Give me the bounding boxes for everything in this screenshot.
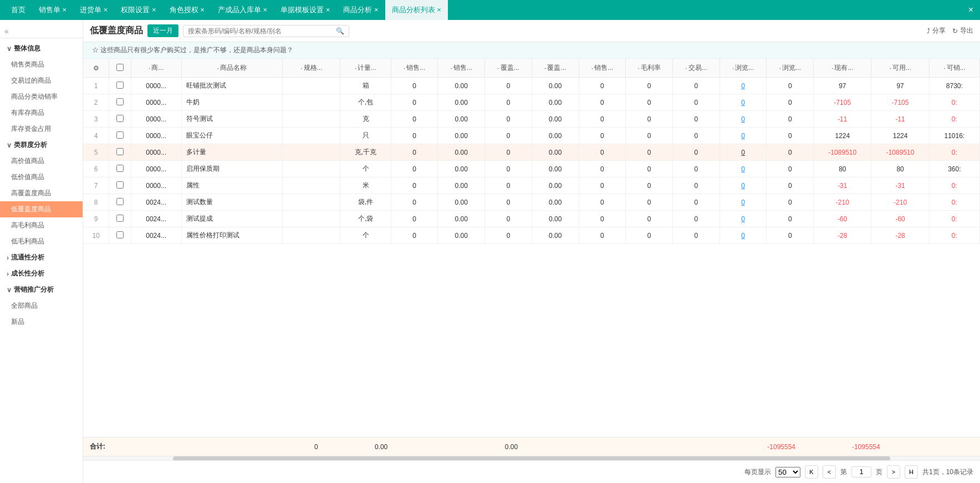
sidebar-section-overall[interactable]: ∨ 整体信息: [0, 40, 83, 57]
main-layout: « ∨ 整体信息 销售类商品 交易过的商品 商品分类动销率 有库存商品 库存资金…: [0, 20, 980, 483]
row-browse1[interactable]: 0: [719, 94, 767, 111]
sidebar-section-liquidity[interactable]: › 流通性分析: [0, 250, 83, 266]
col-browse1[interactable]: ·浏览...: [719, 59, 767, 78]
select-all-checkbox[interactable]: [116, 64, 124, 71]
row-checkbox[interactable]: [109, 111, 131, 128]
col-settings[interactable]: ⚙: [83, 59, 109, 78]
row-browse1[interactable]: 0: [719, 227, 767, 244]
sidebar-item-low-margin[interactable]: 低毛利商品: [0, 233, 83, 250]
sidebar-item-all-goods[interactable]: 全部商品: [0, 298, 83, 314]
top-navigation: 首页 销售单 × 进货单 × 权限设置 × 角色授权 × 产成品入库单 × 单据…: [0, 0, 980, 20]
row-browse1[interactable]: 0: [719, 177, 767, 194]
col-current-stock[interactable]: ·现有...: [814, 59, 871, 78]
col-sales3[interactable]: ·销售...: [579, 59, 626, 78]
row-unit: 个: [340, 227, 391, 244]
col-spec[interactable]: ·规格...: [283, 59, 340, 78]
row-checkbox[interactable]: [109, 144, 131, 161]
row-cov2: 0.00: [532, 128, 579, 144]
col-code[interactable]: ·商...: [131, 59, 181, 78]
col-sales-amt[interactable]: ·销售...: [438, 59, 485, 78]
row-sales-amt: 0.00: [438, 211, 485, 227]
nav-roles[interactable]: 角色授权 ×: [163, 0, 211, 20]
nav-sales[interactable]: 销售单 ×: [32, 0, 73, 20]
share-button[interactable]: ⤴ 分享: [927, 26, 946, 35]
row-checkbox[interactable]: [109, 161, 131, 177]
row-trade: 0: [673, 194, 720, 211]
data-table-container[interactable]: ⚙ ·商... ·商品名称 ·规格...: [83, 59, 980, 437]
sidebar-item-in-stock[interactable]: 有库存商品: [0, 105, 83, 121]
nav-template-settings[interactable]: 单据模板设置 ×: [274, 0, 336, 20]
nav-purchase[interactable]: 进货单 ×: [73, 0, 114, 20]
section-arrow-overall: ∨: [7, 45, 12, 53]
sidebar-item-low-value[interactable]: 低价值商品: [0, 169, 83, 185]
row-cov2: 0.00: [532, 211, 579, 227]
time-filter-button[interactable]: 近一月: [147, 24, 178, 37]
row-sales-qty: 0: [391, 94, 438, 111]
row-browse1[interactable]: 0: [719, 161, 767, 177]
nav-permissions[interactable]: 权限设置 ×: [114, 0, 162, 20]
close-button[interactable]: ×: [968, 5, 973, 15]
row-browse1[interactable]: 0: [719, 211, 767, 227]
prev-page-button[interactable]: <: [823, 465, 836, 479]
sidebar-item-sales-goods[interactable]: 销售类商品: [0, 57, 83, 73]
col-available-stock[interactable]: ·可用...: [871, 59, 929, 78]
export-button[interactable]: ↻ 导出: [952, 26, 973, 35]
sidebar-item-category-rate[interactable]: 商品分类动销率: [0, 89, 83, 105]
sidebar-item-low-coverage[interactable]: 低覆盖度商品: [0, 201, 83, 217]
sidebar-item-high-coverage[interactable]: 高覆盖度商品: [0, 185, 83, 201]
sidebar-item-new-goods[interactable]: 新品: [0, 314, 83, 330]
row-browse1[interactable]: 0: [719, 78, 767, 94]
search-icon[interactable]: 🔍: [336, 27, 344, 35]
row-checkbox[interactable]: [109, 177, 131, 194]
row-browse1[interactable]: 0: [719, 111, 767, 128]
col-checkbox-all[interactable]: [109, 59, 131, 78]
sidebar-collapse-btn[interactable]: «: [4, 27, 9, 35]
next-page-button[interactable]: >: [887, 465, 900, 479]
row-checkbox[interactable]: [109, 194, 131, 211]
row-checkbox[interactable]: [109, 94, 131, 111]
row-checkbox[interactable]: [109, 128, 131, 144]
sidebar-section-cluster[interactable]: ∨ 类群度分析: [0, 137, 83, 153]
col-sales-qty[interactable]: ·销售...: [391, 59, 438, 78]
sidebar-section-growth[interactable]: › 成长性分析: [0, 266, 83, 282]
sidebar-item-high-value[interactable]: 高价值商品: [0, 153, 83, 169]
row-cov1: 0: [485, 211, 532, 227]
row-browse1[interactable]: 0: [719, 194, 767, 211]
col-unit[interactable]: ·计量...: [340, 59, 391, 78]
current-page-input[interactable]: [851, 466, 871, 477]
row-trade: 0: [673, 161, 720, 177]
row-browse2: 0: [767, 128, 814, 144]
first-page-button[interactable]: K: [805, 465, 818, 479]
row-browse2: 0: [767, 211, 814, 227]
row-checkbox[interactable]: [109, 227, 131, 244]
nav-product-inbound[interactable]: 产成品入库单 ×: [211, 0, 274, 20]
col-sellable[interactable]: ·可销...: [929, 59, 979, 78]
row-trade: 0: [673, 211, 720, 227]
row-code: 0000...: [131, 161, 181, 177]
col-cov2[interactable]: ·覆盖...: [532, 59, 579, 78]
row-browse1[interactable]: 0: [719, 144, 767, 161]
row-browse2: 0: [767, 144, 814, 161]
row-checkbox[interactable]: [109, 78, 131, 94]
search-input[interactable]: [188, 27, 336, 35]
nav-product-analysis-list[interactable]: 商品分析列表 ×: [385, 0, 448, 20]
page-size-select[interactable]: 10 20 50 100: [775, 467, 800, 477]
sidebar-item-high-margin[interactable]: 高毛利商品: [0, 217, 83, 233]
col-browse2[interactable]: ·浏览...: [767, 59, 814, 78]
row-sellable: 360:: [929, 161, 979, 177]
sidebar-section-marketing[interactable]: ∨ 营销推广分析: [0, 282, 83, 298]
table-footer: 合计: 0 0.00 0.00 -1095554 -1095554: [83, 437, 980, 456]
col-name[interactable]: ·商品名称: [181, 59, 282, 78]
col-cov1[interactable]: ·覆盖...: [485, 59, 532, 78]
nav-home[interactable]: 首页: [4, 0, 32, 20]
last-page-button[interactable]: H: [905, 465, 918, 479]
nav-product-analysis[interactable]: 商品分析 ×: [336, 0, 385, 20]
col-gross-rate[interactable]: ·毛利率: [626, 59, 673, 78]
row-checkbox[interactable]: [109, 211, 131, 227]
row-browse1[interactable]: 0: [719, 128, 767, 144]
row-code: 0024...: [131, 194, 181, 211]
col-trade[interactable]: ·交易...: [673, 59, 720, 78]
sidebar-item-stock-capital[interactable]: 库存资金占用: [0, 121, 83, 137]
sidebar-item-traded-goods[interactable]: 交易过的商品: [0, 73, 83, 89]
notice-bar: ☆ 这些商品只有很少客户购买过，是推广不够，还是商品本身问题？: [83, 42, 980, 59]
